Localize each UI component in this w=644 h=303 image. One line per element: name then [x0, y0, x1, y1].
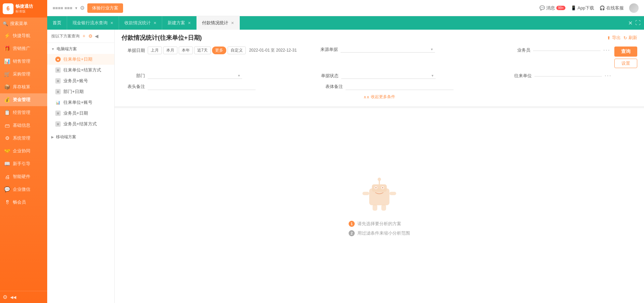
date-range: 2022-01-01 至 2022-12-31 — [249, 48, 297, 53]
sales-icon: 📊 — [4, 58, 10, 64]
purchase-icon: 🛒 — [4, 71, 10, 77]
mobile-group-toggle[interactable]: ▶ 移动端方案 — [47, 132, 114, 142]
scheme-item-3[interactable]: ≡ 部门+日期 — [47, 86, 114, 97]
sidebar-item-fund[interactable]: 💰 资金管理 — [0, 93, 47, 106]
salesperson-select[interactable] — [533, 49, 601, 51]
scheme-label-3: 部门+日期 — [63, 89, 84, 95]
sidebar-item-label: 资金管理 — [13, 97, 30, 103]
tab-bank[interactable]: 现金银行流水查询 ✕ — [67, 16, 119, 30]
sidebar-item-marketing[interactable]: 🎁 营销推广 — [0, 42, 47, 55]
search-menu[interactable]: 🔍 搜索菜单 — [0, 18, 47, 29]
date-btn-last-month[interactable]: 上月 — [148, 47, 162, 54]
settings-scheme-icon[interactable]: ⚙ — [88, 33, 93, 39]
sidebar-item-sales[interactable]: 📊 销售管理 — [0, 55, 47, 68]
empty-tip-1: 1 请先选择要分析的方案 — [349, 221, 410, 227]
tip-2-text: 用过滤条件来缩小分析范围 — [357, 230, 410, 236]
collapse-sidebar-icon[interactable]: ◀◀ — [10, 295, 16, 300]
tab-receipt-close[interactable]: ✕ — [153, 21, 156, 25]
sidebar-item-label: 新手引导 — [13, 161, 30, 167]
collapse-scheme-icon[interactable]: ◀ — [95, 33, 98, 39]
department-select[interactable]: ▾ — [148, 73, 242, 79]
user-avatar[interactable] — [629, 3, 639, 13]
sidebar-item-basic[interactable]: 🗃 基础信息 — [0, 119, 47, 132]
desktop-group-toggle[interactable]: ▼ 电脑端方案 — [47, 44, 114, 54]
tab-new-scheme[interactable]: 新建方案 ✕ — [162, 16, 197, 30]
scheme-item-5[interactable]: ≡ 业务员+日期 — [47, 108, 114, 119]
scheme-item-1[interactable]: ≡ 往来单位+结算方式 — [47, 65, 114, 75]
topbar-dropdown-arrow[interactable]: ▾ — [75, 6, 77, 10]
body-note-input[interactable] — [346, 83, 453, 90]
query-button[interactable]: 查询 — [614, 47, 637, 57]
close-all-tabs-icon[interactable]: ✕ — [628, 20, 633, 26]
scheme-item-0[interactable]: ● 往来单位+日期 — [47, 54, 114, 65]
sidebar-item-label: 基础信息 — [13, 122, 30, 128]
svg-rect-9 — [389, 192, 396, 195]
scheme-icon-5: ≡ — [55, 111, 61, 116]
tab-receipt-stat[interactable]: 收款情况统计 ✕ — [119, 16, 162, 30]
date-btn-custom[interactable]: 自定义 — [228, 47, 246, 54]
sidebar-bottom: ⚙ ◀◀ — [0, 291, 47, 303]
topbar-gear-icon[interactable]: ⚙ — [80, 5, 85, 11]
counterpart-more-icon[interactable]: ··· — [605, 72, 612, 79]
sidebar-item-operation[interactable]: 📋 经营管理 — [0, 106, 47, 119]
date-btn-this-year[interactable]: 本年 — [179, 47, 193, 54]
doc-status-select[interactable]: ▾ — [341, 73, 436, 79]
operation-icon: 📋 — [4, 110, 10, 116]
counterpart-select[interactable] — [534, 75, 602, 77]
refresh-button[interactable]: ↻ 刷新 — [623, 35, 637, 41]
sidebar-item-purchase[interactable]: 🛒 采购管理 — [0, 68, 47, 81]
sidebar-item-system[interactable]: ⚙ 系统管理 — [0, 132, 47, 145]
main-content: ■■■■ ■■■ ▾ ⚙ 体验行业方案 💬 消息 99+ 📱 App下载 🎧 在… — [47, 0, 644, 303]
tab-new-close[interactable]: ✕ — [188, 21, 191, 25]
salesperson-more-icon[interactable]: ··· — [603, 47, 610, 54]
message-button[interactable]: 💬 消息 99+ — [539, 5, 565, 11]
scheme-item-2[interactable]: ≡ 业务员+账号 — [47, 75, 114, 86]
trial-button[interactable]: 体验行业方案 — [87, 3, 123, 13]
sidebar-item-wechat[interactable]: 💬 企业微信 — [0, 183, 47, 196]
desktop-arrow-icon: ▼ — [51, 47, 55, 51]
date-btn-7days[interactable]: 近7天 — [194, 47, 211, 54]
sidebar-item-label: 智能硬件 — [13, 174, 30, 180]
sidebar-item-vip[interactable]: 🎖 畅会员 — [0, 196, 47, 209]
export-button[interactable]: ⬆ 导出 — [607, 35, 621, 41]
tab-payment-stat[interactable]: 付款情况统计 ✕ — [197, 16, 240, 30]
scheme-item-6[interactable]: ≡ 业务员+结算方式 — [47, 119, 114, 129]
service-icon: 🎧 — [599, 5, 605, 10]
date-label: 单据日期 — [121, 48, 145, 54]
counterpart-label: 往来单位 — [508, 73, 532, 79]
source-label: 来源单据 — [314, 47, 338, 53]
date-btn-this-month[interactable]: 本月 — [163, 47, 177, 54]
app-download-button[interactable]: 📱 App下载 — [571, 5, 594, 11]
expand-icon[interactable]: ⛶ — [635, 20, 641, 26]
scheme-label-6: 业务员+结算方式 — [63, 121, 97, 127]
sidebar-item-hardware[interactable]: 🖨 智能硬件 — [0, 170, 47, 183]
add-scheme-icon[interactable]: ＋ — [82, 33, 86, 39]
filter-area: 付款情况统计(往来单位+日期) ⬆ 导出 ↻ 刷新 — [115, 30, 644, 107]
source-select[interactable]: ▾ — [341, 47, 435, 53]
wechat-icon: 💬 — [4, 186, 10, 192]
scheme-item-4[interactable]: 📊 往来单位+账号 — [47, 97, 114, 108]
tab-payment-close[interactable]: ✕ — [231, 21, 234, 25]
system-icon: ⚙ — [4, 135, 10, 141]
online-service-button[interactable]: 🎧 在线客服 — [599, 5, 624, 11]
tab-home[interactable]: 首页 — [47, 16, 67, 30]
collapse-filters-button[interactable]: ∧∧ 收起更多条件 — [121, 91, 637, 102]
topbar: ■■■■ ■■■ ▾ ⚙ 体验行业方案 💬 消息 99+ 📱 App下载 🎧 在… — [47, 0, 644, 16]
tab-bank-close[interactable]: ✕ — [110, 21, 113, 25]
sidebar-item-guide[interactable]: 📖 新手引导 — [0, 157, 47, 170]
head-note-input[interactable] — [148, 83, 256, 90]
sidebar-item-quick-nav[interactable]: ⚡ 快捷导航 — [0, 29, 47, 42]
settings-icon[interactable]: ⚙ — [3, 294, 7, 300]
sidebar-item-cooperation[interactable]: 🤝 企业协同 — [0, 145, 47, 157]
vip-icon: 🎖 — [4, 200, 10, 205]
logo-name: 畅捷通坊 — [16, 4, 33, 9]
sidebar-item-inventory[interactable]: 📦 库存核算 — [0, 81, 47, 93]
scheme-icon-2: ≡ — [55, 78, 61, 84]
sidebar-item-label: 企业协同 — [13, 148, 30, 154]
date-btn-more[interactable]: 更多 — [212, 47, 226, 54]
tip-1-text: 请先选择要分析的方案 — [357, 221, 401, 227]
sidebar-item-label: 系统管理 — [13, 135, 30, 141]
page-title: 付款情况统计(往来单位+日期) — [121, 34, 202, 42]
sidebar-nav: ⚡ 快捷导航 🎁 营销推广 📊 销售管理 🛒 采购管理 📦 库存核算 💰 资金管… — [0, 29, 47, 291]
setting-button[interactable]: 设置 — [614, 59, 637, 68]
